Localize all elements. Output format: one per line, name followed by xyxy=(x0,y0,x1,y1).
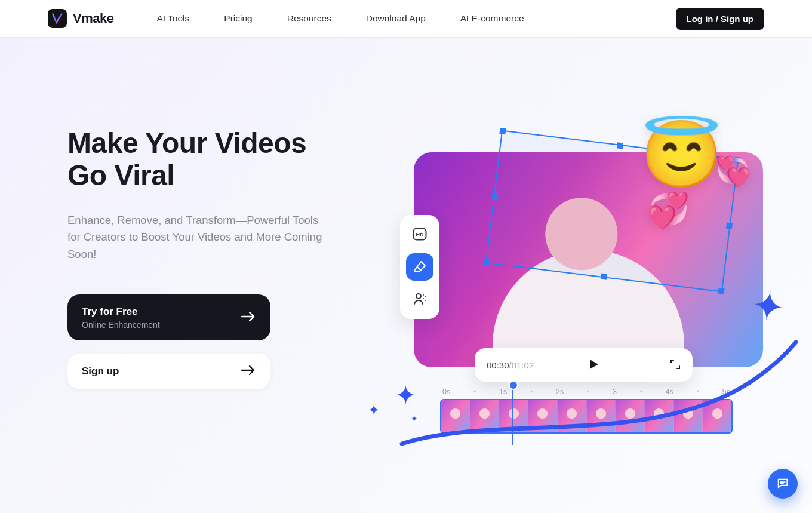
play-button[interactable] xyxy=(589,358,599,372)
selection-handle[interactable] xyxy=(718,288,724,294)
fullscreen-button[interactable] xyxy=(670,359,681,371)
cta-group: Try for Free Online Enhancement Sign up xyxy=(67,294,348,389)
chat-icon xyxy=(776,477,789,492)
hero-subtitle: Enhance, Remove, and Transform—Powerful … xyxy=(67,212,330,263)
selection-handle[interactable] xyxy=(617,142,623,149)
timeline-frame xyxy=(528,400,558,432)
brand-logo-icon xyxy=(48,9,67,28)
person-cutout-icon xyxy=(413,291,427,308)
timeline-tick: • xyxy=(530,388,533,396)
timeline-label: 0s xyxy=(442,388,450,396)
nav-ai-tools[interactable]: AI Tools xyxy=(156,13,189,24)
hd-quality-icon: HD xyxy=(413,228,427,242)
timeline-label: 3 xyxy=(613,388,617,396)
sparkle-icon: ✦ xyxy=(395,380,417,410)
selection-handle[interactable] xyxy=(734,156,740,163)
timeline-frame xyxy=(703,400,731,432)
selection-box[interactable] xyxy=(485,130,739,292)
brand-logo[interactable]: Vmake xyxy=(48,9,113,28)
hd-quality-button[interactable]: HD xyxy=(406,221,433,248)
timeline-frame xyxy=(587,400,616,432)
timeline-labels: 0s • 1s • 2s • 3 • 4s • 5s xyxy=(440,388,733,396)
selection-handle[interactable] xyxy=(483,259,490,265)
selection-handle[interactable] xyxy=(601,274,607,280)
hero-section: Make Your Videos Go Viral Enhance, Remov… xyxy=(0,38,812,462)
timeline-tick: • xyxy=(473,388,476,396)
timeline-frame xyxy=(441,400,470,432)
timeline-frame xyxy=(674,400,703,432)
chat-support-button[interactable] xyxy=(768,469,798,499)
nav-download-app[interactable]: Download App xyxy=(366,13,426,24)
site-header: Vmake AI Tools Pricing Resources Downloa… xyxy=(0,0,812,38)
background-remove-button[interactable] xyxy=(406,285,433,313)
fullscreen-icon xyxy=(670,359,681,371)
login-signup-button[interactable]: Log in / Sign up xyxy=(676,8,764,30)
brand-name: Vmake xyxy=(73,11,113,26)
sparkle-icon: ✦ xyxy=(411,414,418,423)
timeline-frame xyxy=(645,400,674,432)
nav-ai-ecommerce[interactable]: AI E-commerce xyxy=(460,13,524,24)
playback-time: 00:30/01:02 xyxy=(487,360,534,370)
cta-secondary-label: Sign up xyxy=(82,365,119,377)
timeline-track[interactable] xyxy=(440,399,733,434)
try-for-free-button[interactable]: Try for Free Online Enhancement xyxy=(67,294,270,340)
signup-button[interactable]: Sign up xyxy=(67,354,270,389)
main-nav: AI Tools Pricing Resources Download App … xyxy=(156,13,524,24)
timeline-playhead[interactable] xyxy=(512,384,513,445)
eraser-icon xyxy=(413,259,427,275)
total-duration: 01:02 xyxy=(512,360,534,370)
nav-pricing[interactable]: Pricing xyxy=(224,13,252,24)
timeline-frame xyxy=(616,400,645,432)
selection-handle[interactable] xyxy=(499,128,506,134)
timeline-tick: • xyxy=(640,388,642,396)
hero-illustration: 😇 💞 💞 HD 00:30/01:02 xyxy=(378,127,784,462)
eraser-button[interactable] xyxy=(406,253,433,281)
hero-copy: Make Your Videos Go Viral Enhance, Remov… xyxy=(67,127,348,462)
timeline-label: 5s xyxy=(722,388,730,396)
timeline: 0s • 1s • 2s • 3 • 4s • 5s xyxy=(440,388,733,434)
timeline-frame xyxy=(499,400,528,432)
hero-title-line2: Go Viral xyxy=(67,159,174,191)
play-icon xyxy=(589,358,599,372)
selection-handle[interactable] xyxy=(726,222,733,229)
timeline-frame xyxy=(558,400,587,432)
hero-title-line1: Make Your Videos xyxy=(67,127,306,159)
svg-text:HD: HD xyxy=(416,232,424,238)
timeline-label: 1s xyxy=(499,388,507,396)
timeline-tick: • xyxy=(697,388,699,396)
cta-primary-sub: Online Enhancement xyxy=(82,320,160,330)
arrow-right-icon xyxy=(241,364,256,378)
nav-resources[interactable]: Resources xyxy=(287,13,331,24)
hero-title: Make Your Videos Go Viral xyxy=(67,127,348,192)
playback-bar: 00:30/01:02 xyxy=(475,348,693,382)
current-time: 00:30 xyxy=(487,360,509,370)
cta-primary-label: Try for Free xyxy=(82,306,138,317)
timeline-frame xyxy=(470,400,500,432)
timeline-tick: • xyxy=(587,388,589,396)
selection-handle[interactable] xyxy=(491,193,498,200)
svg-point-2 xyxy=(416,294,421,299)
timeline-label: 4s xyxy=(666,388,673,396)
sparkle-icon: ✦ xyxy=(368,402,380,419)
arrow-right-icon xyxy=(241,311,256,324)
timeline-label: 2s xyxy=(556,388,564,396)
tool-palette: HD xyxy=(400,215,439,319)
